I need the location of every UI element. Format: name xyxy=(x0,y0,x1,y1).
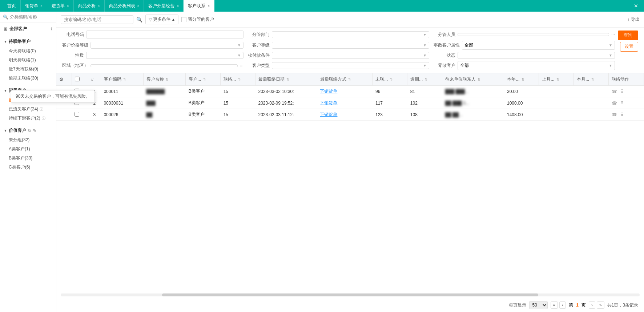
sort-this-month-icon[interactable]: ⇅ xyxy=(591,78,594,81)
payment-select[interactable]: ▼ xyxy=(272,52,429,59)
row-last-type[interactable]: 下销货单 xyxy=(317,97,372,109)
customer-type-select[interactable]: ▼ xyxy=(272,62,429,69)
first-page-btn[interactable]: « xyxy=(551,301,558,309)
sort-name-icon[interactable]: ⇅ xyxy=(166,78,169,81)
sidebar-item-churned[interactable]: 已流失客户(24) ⓘ xyxy=(0,105,56,114)
horizontal-scrollbar[interactable] xyxy=(61,293,640,296)
close-product-analysis-list[interactable]: × xyxy=(137,4,140,8)
sidebar-item-declining[interactable]: 持续下滑客户(2) ⓘ xyxy=(0,114,56,123)
row-checkbox[interactable] xyxy=(75,112,79,117)
sidebar-item-ungrouped[interactable]: 未分组(32) xyxy=(0,135,56,145)
sidebar-item-class-b[interactable]: B类客户(33) xyxy=(0,154,56,163)
grid-icon: ⊞ xyxy=(4,27,7,32)
tab-home[interactable]: 首页 xyxy=(3,0,21,12)
sort-last-month-icon[interactable]: ⇅ xyxy=(556,78,559,81)
query-btn[interactable]: 查询 xyxy=(618,31,638,40)
filter-customer-type-field: 客户类型 ▼ xyxy=(248,62,429,69)
sidebar-search-input[interactable] xyxy=(10,15,53,20)
info-icon-3: ⓘ xyxy=(42,116,45,121)
sidebar-item-tomorrow[interactable]: 明天待联络(1) xyxy=(0,56,56,65)
per-page-select[interactable]: 50 100 200 xyxy=(529,301,548,309)
more-conditions-btn[interactable]: ▽ 更多条件 ▲ xyxy=(145,15,178,24)
row-last-type[interactable]: 下销货单 xyxy=(317,109,372,121)
action-menu-icon[interactable]: ⠿ xyxy=(620,112,624,117)
select-all-checkbox[interactable] xyxy=(75,77,80,81)
tab-product-analysis-list[interactable]: 商品分析列表 × xyxy=(105,0,144,12)
nature-select[interactable]: ▼ xyxy=(86,52,243,59)
prev-page-btn[interactable]: ‹ xyxy=(559,301,566,309)
contact-icon[interactable]: ☎ xyxy=(612,112,617,117)
price-grade-select[interactable]: ▼ xyxy=(90,42,243,49)
customer-grade-arrow: ▼ xyxy=(423,43,427,47)
sidebar-all-customers[interactable]: ⊞ 全部客户 《 xyxy=(0,23,56,35)
last-type-link[interactable]: 下销货单 xyxy=(320,100,337,105)
person-label: 分管人员 xyxy=(434,32,455,38)
sidebar-item-overdue[interactable]: 逾期未联络(30) xyxy=(0,74,56,83)
filter-row-1: 电话号码 分管部门 ▼ 分管人员 xyxy=(62,31,615,39)
contact-icon[interactable]: ☎ xyxy=(612,101,617,106)
col-last-month: 上月... ⇅ xyxy=(539,73,574,86)
last-type-link[interactable]: 下销货单 xyxy=(320,112,337,117)
row-last-type[interactable]: 下销货单 xyxy=(317,86,372,97)
filter-search-icon[interactable]: 🔍 xyxy=(136,17,142,23)
edit-icon[interactable]: ✎ xyxy=(33,128,36,133)
status-select[interactable]: ▼ xyxy=(458,52,615,59)
sort-not-icon[interactable]: ⇅ xyxy=(390,78,393,81)
close-purchase-order[interactable]: × xyxy=(67,4,69,8)
next-page-btn[interactable]: › xyxy=(589,301,595,309)
sort-contacts-icon[interactable]: ⇅ xyxy=(478,78,480,81)
group-value-customers-title[interactable]: ▼ 价值客户 ↻ ✎ xyxy=(0,126,56,135)
row-type: B类客户 xyxy=(186,86,221,97)
zero-retail2-select[interactable]: 全部▼ xyxy=(458,61,615,70)
contact-icon[interactable]: ☎ xyxy=(612,89,617,94)
payment-label: 收付款条件 xyxy=(248,52,270,58)
col-settings[interactable]: ⚙ xyxy=(56,73,72,86)
sort-contact-icon[interactable]: ⇅ xyxy=(238,78,241,81)
customer-grade-select[interactable]: ▼ xyxy=(272,42,429,49)
tab-customer-tier[interactable]: 客户分层经营 × xyxy=(144,0,184,12)
sort-last-type-icon[interactable]: ⇅ xyxy=(348,78,351,81)
region-dots[interactable]: ··· xyxy=(240,63,243,68)
sidebar-item-today[interactable]: 今天待联络(0) xyxy=(0,46,56,56)
refresh-icon[interactable]: ↻ xyxy=(28,128,31,133)
region-select[interactable] xyxy=(90,64,238,67)
last-type-link[interactable]: 下销货单 xyxy=(320,89,337,94)
sort-overdue-icon[interactable]: ⇅ xyxy=(425,78,428,81)
close-product-analysis[interactable]: × xyxy=(98,4,100,8)
sidebar-item-class-a[interactable]: A类客户(1) xyxy=(0,145,56,154)
last-page-btn[interactable]: » xyxy=(597,301,604,309)
sidebar-item-class-c[interactable]: C类客户(6) xyxy=(0,163,56,172)
phone-input[interactable] xyxy=(86,31,243,39)
tab-sales-order[interactable]: 销货单 × xyxy=(21,0,47,12)
window-close-button[interactable]: ✕ xyxy=(631,3,641,9)
zero-retail-select[interactable]: 全部▼ xyxy=(462,41,615,50)
price-grade-arrow: ▼ xyxy=(237,43,241,47)
filter-search-input[interactable] xyxy=(61,15,133,24)
sidebar-collapse-btn[interactable]: 《 xyxy=(49,27,52,32)
scrollbar-area xyxy=(56,292,644,298)
sort-type-icon[interactable]: ⇅ xyxy=(203,78,206,81)
sidebar-item-7days[interactable]: 近7天待联络(0) xyxy=(0,65,56,74)
close-sales-order[interactable]: × xyxy=(40,4,43,8)
sort-year-icon[interactable]: ⇅ xyxy=(522,78,524,81)
close-customer-tier[interactable]: × xyxy=(177,4,179,8)
sort-date-icon[interactable]: ⇅ xyxy=(286,78,289,81)
person-dots[interactable]: ··· xyxy=(611,32,615,37)
settings-btn[interactable]: 设置 xyxy=(620,42,638,52)
sort-code-icon[interactable]: ⇅ xyxy=(123,78,126,81)
dept-select[interactable]: ▼ xyxy=(272,31,429,38)
settings-col-icon[interactable]: ⚙ xyxy=(59,77,64,82)
my-customers-checkbox[interactable] xyxy=(181,17,186,22)
person-select[interactable] xyxy=(458,33,609,36)
filter-action-buttons: 查询 设置 xyxy=(618,31,638,70)
tab-customer-contact[interactable]: 客户联系 × xyxy=(184,0,214,12)
action-menu-icon[interactable]: ⠿ xyxy=(620,101,624,106)
group-pending-contact: ▼ 待联络客户 今天待联络(0) 明天待联络(1) 近7天待联络(0) 逾期未联… xyxy=(0,35,56,84)
col-checkbox xyxy=(72,73,88,86)
close-customer-contact[interactable]: × xyxy=(208,4,210,8)
action-menu-icon[interactable]: ⠿ xyxy=(620,89,624,94)
export-btn[interactable]: ↑ 导出 xyxy=(627,16,640,23)
tab-purchase-order[interactable]: 进货单 × xyxy=(47,0,74,12)
tab-product-analysis[interactable]: 商品分析 × xyxy=(74,0,105,12)
group-pending-contact-title[interactable]: ▼ 待联络客户 xyxy=(0,37,56,46)
